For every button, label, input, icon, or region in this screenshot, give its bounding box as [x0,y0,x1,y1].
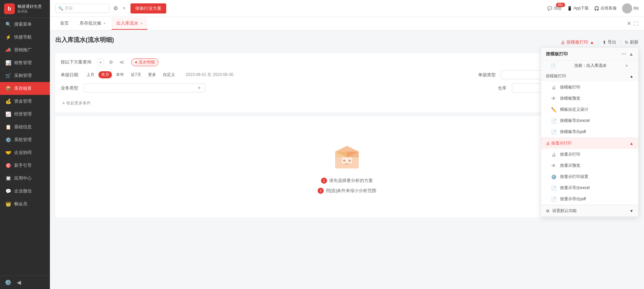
search-box[interactable]: 🔍 搜索 [55,4,109,13]
sidebar-item-sales[interactable]: 📊 销售管理 [0,56,50,69]
date-opt-custom[interactable]: 自定义 [160,71,178,78]
pdf2-icon: 📄 [551,196,557,202]
template-export-pdf-item[interactable]: 📄 按模板导出pdf [541,126,638,137]
sidebar-item-search[interactable]: 🔍 搜索菜单 [0,18,50,31]
trial-industry-button[interactable]: 体验行业方案 [130,3,166,14]
date-opt-last-month[interactable]: 上月 [84,71,97,78]
add-filter-button[interactable]: + [97,58,104,66]
template-export-excel-item[interactable]: 📄 按模板导出excel [541,115,638,126]
template-print-button[interactable]: 🖨 按模板打印 ▲ [561,39,594,45]
tab-flow[interactable]: 出入库流水 × [112,18,147,30]
biz-type-select[interactable]: ▼ [84,83,205,93]
template-customize-item[interactable]: ✏️ 模板自定义设计 [541,104,638,115]
finance-icon: 💰 [5,99,11,104]
sales-icon: 📊 [5,60,11,65]
sidebar-item-marketing[interactable]: 📣 营销推广 [0,44,50,56]
display-preview-item[interactable]: 👁 按显示预览 [541,160,638,171]
gear-icon[interactable]: ⚙ [113,5,118,11]
filter-tag-icon: ● [135,60,137,64]
eye-icon: 👁 [551,96,557,101]
message-icon: 💬 [547,6,552,11]
template-section-header[interactable]: 按模板打印 ▲ [541,71,638,82]
tab-maximize-icon[interactable]: ⛶ [634,21,639,26]
set-default-btn[interactable]: ⚙ 设置默认功能 ▼ [541,205,638,216]
sidebar-item-operations[interactable]: 📈 经营管理 [0,108,50,121]
svg-point-5 [343,160,345,162]
display-section-icon: 🖨 [546,141,550,146]
settings-icon[interactable]: ⚙️ [5,279,11,286]
settings-icon: ⚙️ [551,174,557,180]
empty-icon [330,140,364,174]
sidebar-item-quicknav[interactable]: ⚡ 快捷导航 [0,31,50,44]
enterprise-icon: 🤝 [5,150,11,155]
date-opt-this-month[interactable]: 本月 [98,71,112,78]
dropdown-arrow-icon: ▼ [122,6,126,11]
empty-hint-2: 2 用[选]条件来缩小分析范围 [318,188,376,194]
sidebar-item-apps[interactable]: 🔲 应用中心 [0,172,50,185]
refresh-button[interactable]: ↻ 刷新 [625,39,639,45]
filter-collapse-icon[interactable]: ≪ [118,58,126,66]
sidebar-item-finance[interactable]: 💰 资金管理 [0,95,50,108]
page-header: 出入库流水(流水明细) 🖨 按模板打印 ▲ ⬆ 导出 ↻ 刷新 [55,36,639,49]
sidebar-item-system[interactable]: ⚙️ 系统管理 [0,133,50,146]
collapse-icon[interactable]: ◀ [17,279,21,286]
display-export-excel-item[interactable]: 📄 按显示导出excel [541,182,638,193]
date-opt-this-year[interactable]: 本年 [113,71,127,78]
collapse-arrow-icon: ∧ [62,101,65,105]
template-preview-item[interactable]: 👁 按模板预览 [541,93,638,104]
date-opt-7days[interactable]: 近7天 [128,71,144,78]
page-title: 出入库流水(流水明细) [55,36,114,44]
tab-batch[interactable]: 库存批次账 × [75,18,110,30]
tab-close-flow[interactable]: × [140,21,142,25]
display-section-header[interactable]: 🖨 按显示打印 ▲ [541,138,638,149]
biz-type-arrow-icon: ▼ [197,85,201,90]
dropdown-panel: 按模板打印 ⋯ ▲ 📄 当前：出入库流水 ▼ 按模板打印 ▲ 🖨 [541,47,639,217]
collapse-btn[interactable]: ∧ 收起更多条件 [61,98,91,106]
app-download-button[interactable]: 📱 App下载 [567,5,589,11]
sidebar-item-member[interactable]: 👑 畅会员 [0,198,50,210]
filter-tag[interactable]: ● 流水明细 [131,58,158,66]
display-export-pdf-item[interactable]: 📄 按显示导出pdf [541,193,638,205]
wechat-icon: 💬 [5,188,11,194]
svg-point-6 [349,160,351,162]
dots-icon[interactable]: ⋯ [621,51,626,57]
date-range-display: 2023-06-01 至 2023-06-30 [186,72,233,78]
sidebar-item-inventory[interactable]: 📦 库存核算 [0,82,50,95]
sidebar-item-enterprise[interactable]: 🤝 企业协同 [0,146,50,159]
search-icon: 🔍 [58,6,63,11]
sidebar-item-basicinfo[interactable]: 📋 基础信息 [0,121,50,133]
tab-home[interactable]: 首页 [55,18,74,30]
online-service-button[interactable]: 🎧 在线客服 [594,5,617,11]
sidebar: b 畅捷通好生意 标准版 🔍 搜索菜单 ⚡ 快捷导航 📣 营销推广 📊 销售管理… [0,0,50,289]
messages-button[interactable]: 💬 消息 99+ [547,5,562,11]
purchase-icon: 🛒 [5,73,11,78]
sidebar-item-wechat[interactable]: 💬 企业微信 [0,185,50,198]
filter-settings-icon[interactable]: ⚙ [107,58,115,66]
user-avatar[interactable]: Rit [622,3,639,14]
date-opt-more[interactable]: 更多 [145,71,159,78]
page-content: 出入库流水(流水明细) 🖨 按模板打印 ▲ ⬆ 导出 ↻ 刷新 [50,30,644,289]
tab-close-batch[interactable]: × [104,21,106,25]
lightning-icon: ⚡ [5,34,11,40]
refresh-icon: ↻ [625,40,628,45]
export-button[interactable]: ⬆ 导出 [603,39,616,45]
empty-state: 1 请先选择要分析的方案 2 用[选]条件来缩小分析范围 [318,140,376,194]
guide-icon: 🎯 [5,163,11,168]
app-logo: b 畅捷通好生意 标准版 [0,0,50,18]
right-actions: 🖨 按模板打印 ▲ ⬆ 导出 ↻ 刷新 [561,39,639,45]
empty-hint-1: 1 请先选择要分析的方案 [321,178,373,184]
tab-window-actions: ✕ ⛶ [627,20,639,27]
main-area: 🔍 搜索 ⚙ ▼ 体验行业方案 💬 消息 99+ 📱 App下载 🎧 在线客服 … [50,0,644,289]
printer2-icon: 🖨 [551,152,557,157]
chevron-up-icon: ▲ [590,40,594,45]
template-print-item[interactable]: 🖨 按模板打印 [541,82,638,93]
chevron-up-icon[interactable]: ▲ [629,51,634,57]
sidebar-item-purchase[interactable]: 🛒 采购管理 [0,69,50,82]
sidebar-item-guide[interactable]: 🎯 新手引导 [0,159,50,172]
display-print-item[interactable]: 🖨 按显示打印 [541,149,638,160]
tab-close-window-icon[interactable]: ✕ [627,20,631,27]
template-print-section: 按模板打印 ▲ 🖨 按模板打印 👁 按模板预览 ✏️ 模板自定义设计 📄 [541,71,638,138]
doc-type-label: 单据类型 [478,72,496,78]
display-print-settings-item[interactable]: ⚙️ 按显示打印设置 [541,171,638,182]
divider2 [620,40,621,45]
